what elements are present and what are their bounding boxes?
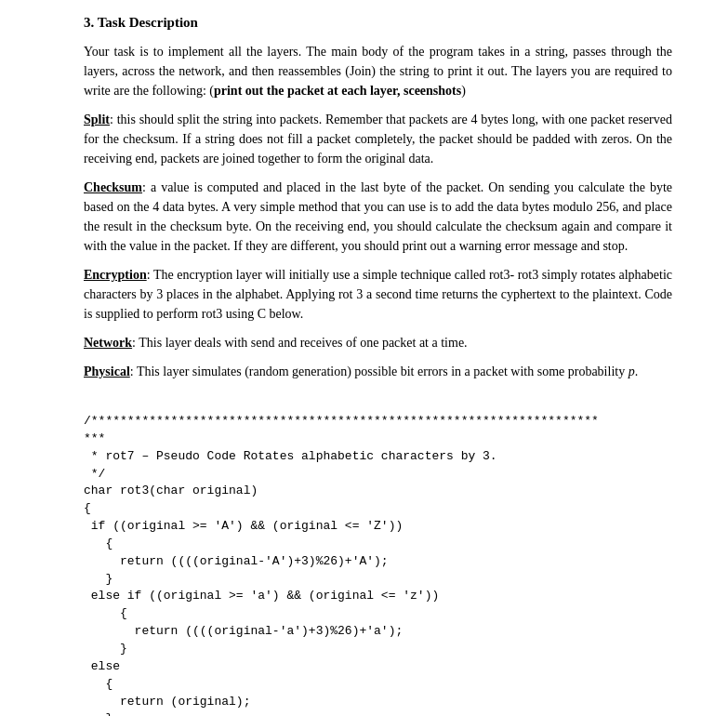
network-text: : This layer deals with send and receive…: [132, 336, 468, 350]
network-paragraph: Network: This layer deals with send and …: [84, 333, 672, 352]
physical-paragraph: Physical: This layer simulates (random g…: [84, 362, 672, 381]
encryption-label: Encryption: [84, 268, 147, 282]
network-label: Network: [84, 336, 132, 350]
encryption-text: : The encryption layer will initially us…: [84, 268, 672, 321]
spacer: [84, 391, 672, 400]
probability-p: p: [629, 365, 635, 378]
code-block: /***************************************…: [84, 413, 672, 716]
bold-note: print out the packet at each layer, scee…: [214, 84, 461, 98]
intro-paragraph: Your task is to implement all the layers…: [84, 42, 672, 100]
split-text: : this should split the string into pack…: [84, 113, 672, 166]
split-paragraph: Split: this should split the string into…: [84, 110, 672, 168]
checksum-text: : a value is computed and placed in the …: [84, 180, 672, 253]
physical-label: Physical: [84, 365, 130, 378]
intro-text: Your task is to implement all the layers…: [84, 45, 672, 98]
section-title: 3. Task Description: [84, 15, 672, 31]
checksum-paragraph: Checksum: a value is computed and placed…: [84, 178, 672, 256]
physical-text: : This layer simulates (random generatio…: [130, 365, 638, 378]
split-label: Split: [84, 113, 110, 126]
checksum-label: Checksum: [84, 180, 142, 194]
encryption-paragraph: Encryption: The encryption layer will in…: [84, 265, 672, 324]
